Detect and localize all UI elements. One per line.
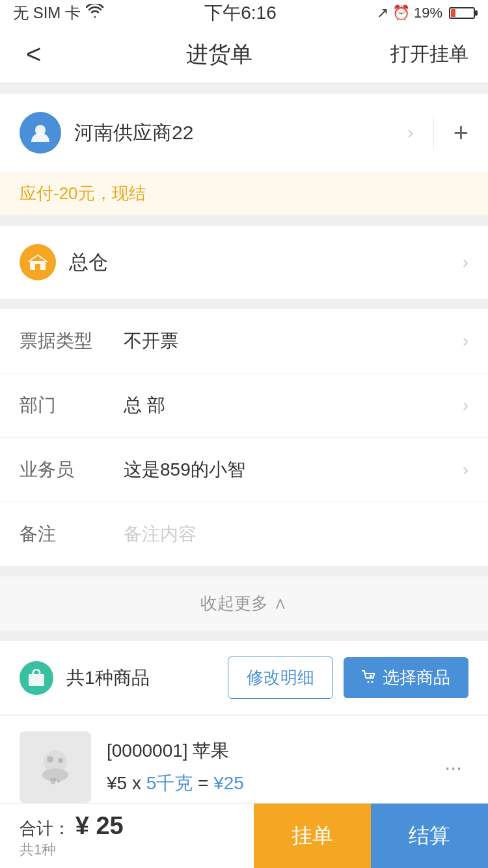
product-thumbnail: 督+ bbox=[20, 731, 91, 803]
warehouse-icon bbox=[20, 244, 56, 280]
warehouse-row[interactable]: 总仓 › bbox=[0, 226, 488, 299]
department-label: 部门 bbox=[20, 393, 111, 418]
salesman-label: 业务员 bbox=[20, 457, 111, 482]
nav-bar: < 进货单 打开挂单 bbox=[0, 26, 488, 83]
products-icon bbox=[20, 661, 53, 695]
department-row[interactable]: 部门 总 部 › bbox=[0, 373, 488, 438]
invoice-type-label: 票据类型 bbox=[20, 329, 111, 353]
collapse-text: 收起更多 ∧ bbox=[200, 592, 287, 615]
remark-label: 备注 bbox=[20, 522, 111, 547]
department-chevron-icon: › bbox=[463, 395, 468, 416]
product-more-button[interactable]: ··· bbox=[438, 749, 468, 786]
product-code: [0000001] bbox=[107, 740, 188, 761]
select-product-label: 选择商品 bbox=[383, 666, 450, 689]
svg-point-8 bbox=[47, 756, 53, 763]
invoice-type-chevron-icon: › bbox=[463, 331, 468, 351]
product-name: [0000001] 苹果 bbox=[107, 739, 438, 763]
warehouse-chevron-icon: › bbox=[463, 252, 468, 273]
page-title: 进货单 bbox=[186, 40, 252, 70]
carrier-text: 无 SIM 卡 bbox=[13, 3, 81, 23]
warehouse-name: 总仓 bbox=[69, 249, 463, 276]
battery-percent: 19% bbox=[414, 5, 442, 21]
salesman-value: 这是859的小智 bbox=[124, 457, 463, 482]
department-value: 总 部 bbox=[124, 393, 463, 418]
status-right: ↗ ⏰ 19% bbox=[377, 5, 475, 21]
product-info: [0000001] 苹果 ¥5 x 5千克 = ¥25 bbox=[107, 739, 438, 796]
bottom-bar: 合计： ¥ 25 共1种 挂单 结算 bbox=[0, 803, 488, 868]
checkout-button[interactable]: 结算 bbox=[371, 804, 488, 869]
remark-value: 备注内容 bbox=[124, 522, 468, 547]
hold-button[interactable]: 挂单 bbox=[254, 804, 371, 869]
back-button[interactable]: < bbox=[20, 33, 47, 75]
svg-point-5 bbox=[372, 681, 373, 683]
supplier-name: 河南供应商22 bbox=[74, 120, 407, 146]
invoice-type-value: 不开票 bbox=[124, 329, 463, 353]
products-count: 共1种商品 bbox=[66, 666, 228, 690]
total-section: 合计： ¥ 25 共1种 bbox=[0, 812, 254, 860]
warehouse-section: 总仓 › bbox=[0, 226, 488, 299]
invoice-type-row[interactable]: 票据类型 不开票 › bbox=[0, 309, 488, 373]
total-row: 合计： ¥ 25 bbox=[20, 812, 234, 840]
open-hold-button[interactable]: 打开挂单 bbox=[390, 41, 468, 68]
cart-icon bbox=[362, 668, 377, 688]
product-title: 苹果 bbox=[193, 740, 229, 761]
supplier-row[interactable]: 河南供应商22 › + bbox=[0, 94, 488, 172]
products-header: 共1种商品 修改明细 选择商品 bbox=[0, 641, 488, 714]
status-bar: 无 SIM 卡 下午6:16 ↗ ⏰ 19% bbox=[0, 0, 488, 26]
svg-rect-3 bbox=[29, 674, 44, 686]
select-product-button[interactable]: 选择商品 bbox=[344, 657, 468, 698]
remark-row[interactable]: 备注 备注内容 bbox=[0, 502, 488, 566]
alert-text: 应付-20元，现结 bbox=[20, 183, 146, 203]
alert-banner: 应付-20元，现结 bbox=[0, 172, 488, 215]
product-price: ¥5 x 5千克 = ¥25 bbox=[107, 771, 438, 796]
svg-point-9 bbox=[58, 758, 63, 763]
status-left: 无 SIM 卡 bbox=[13, 3, 104, 23]
total-amount: ¥ 25 bbox=[75, 812, 124, 839]
supplier-divider bbox=[433, 117, 434, 148]
battery-icon bbox=[449, 7, 475, 19]
status-time: 下午6:16 bbox=[204, 1, 277, 25]
collapse-row[interactable]: 收起更多 ∧ bbox=[0, 576, 488, 631]
add-button[interactable]: + bbox=[454, 118, 468, 148]
alarm-icon: ⏰ bbox=[392, 5, 410, 21]
supplier-avatar bbox=[20, 112, 61, 154]
wifi-icon bbox=[86, 4, 104, 22]
total-label: 合计： bbox=[20, 819, 70, 838]
svg-point-4 bbox=[368, 681, 370, 683]
salesman-row[interactable]: 业务员 这是859的小智 › bbox=[0, 438, 488, 502]
form-section: 票据类型 不开票 › 部门 总 部 › 业务员 这是859的小智 › 备注 备注… bbox=[0, 309, 488, 566]
salesman-chevron-icon: › bbox=[463, 459, 468, 480]
svg-text:督+: 督+ bbox=[50, 778, 61, 785]
edit-detail-button[interactable]: 修改明细 bbox=[228, 657, 333, 699]
location-icon: ↗ bbox=[377, 5, 388, 21]
supplier-section: 河南供应商22 › + 应付-20元，现结 bbox=[0, 94, 488, 215]
total-count: 共1种 bbox=[20, 840, 234, 860]
supplier-chevron-icon: › bbox=[407, 122, 413, 143]
svg-rect-2 bbox=[35, 264, 40, 270]
